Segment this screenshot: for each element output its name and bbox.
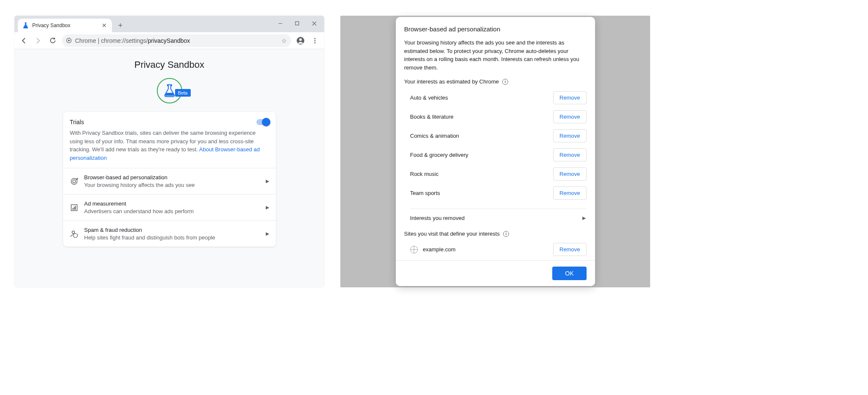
row-title: Ad measurement (84, 200, 260, 207)
toolbar: Chrome | chrome://settings/privacySandbo… (14, 32, 324, 49)
target-icon (70, 178, 78, 185)
interest-row: Food & grocery deliveryRemove (404, 145, 587, 164)
svg-rect-1 (295, 22, 299, 25)
row-subtitle: Help sites fight fraud and distinguish b… (84, 234, 260, 241)
beta-chip: Beta (175, 89, 191, 97)
site-list: example.comRemove (404, 239, 587, 260)
interest-row: Rock musicRemove (404, 164, 587, 184)
interest-name: Auto & vehicles (410, 95, 448, 101)
url-text: Chrome | chrome://settings/privacySandbo… (75, 37, 190, 44)
forward-icon (31, 34, 45, 47)
svg-rect-12 (72, 208, 73, 210)
sites-section-label: Sites you visit that define your interes… (404, 231, 587, 237)
svg-point-10 (72, 180, 75, 183)
hero-badge: Beta (157, 78, 182, 103)
close-icon[interactable]: ✕ (101, 21, 108, 30)
info-icon[interactable]: i (503, 231, 509, 237)
browser-tab[interactable]: Privacy Sandbox ✕ (18, 19, 112, 32)
globe-icon (410, 246, 418, 253)
trials-label: Trials (70, 119, 84, 125)
row-title: Spam & fraud reduction (84, 227, 260, 233)
remove-button[interactable]: Remove (553, 167, 586, 181)
svg-point-6 (314, 38, 316, 39)
chrome-window: Privacy Sandbox ✕ + Chrome | chrome://se… (14, 16, 324, 287)
svg-rect-13 (74, 207, 75, 210)
dialog-title: Browser-based ad personalization (404, 25, 587, 33)
row-subtitle: Advertisers can understand how ads perfo… (84, 208, 260, 214)
bookmark-star-icon[interactable]: ☆ (281, 37, 287, 44)
interest-row: Books & literatureRemove (404, 107, 587, 126)
interest-row: Comics & animationRemove (404, 126, 587, 145)
new-tab-button[interactable]: + (114, 19, 126, 31)
chevron-right-icon: ▶ (266, 178, 269, 184)
remove-button[interactable]: Remove (553, 243, 586, 256)
row-subtitle: Your browsing history affects the ads yo… (84, 182, 260, 188)
interests-section-label: Your interests as estimated by Chrome i (404, 78, 587, 85)
remove-button[interactable]: Remove (553, 148, 586, 161)
bar-chart-icon (70, 204, 78, 211)
tab-strip: Privacy Sandbox ✕ + (14, 16, 324, 32)
profile-icon[interactable] (294, 34, 307, 47)
back-icon[interactable] (17, 34, 31, 47)
interest-row: Team sportsRemove (404, 184, 587, 203)
row-ad-personalization[interactable]: Browser-based ad personalization Your br… (63, 168, 276, 194)
flask-icon (164, 84, 175, 97)
dialog-backdrop: Browser-based ad personalization Your br… (340, 16, 650, 287)
dialog-footer: OK (396, 260, 595, 286)
trials-description: With Privacy Sandbox trials, sites can d… (70, 129, 269, 162)
svg-point-8 (314, 42, 316, 43)
kebab-menu-icon[interactable] (308, 34, 322, 47)
window-controls (272, 16, 323, 31)
remove-button[interactable]: Remove (553, 129, 586, 142)
settings-content: Privacy Sandbox Beta Trials With Privacy… (14, 49, 324, 247)
flask-icon (22, 22, 29, 29)
close-window-icon[interactable] (306, 17, 323, 30)
minimize-icon[interactable] (272, 17, 289, 30)
svg-point-5 (299, 38, 302, 41)
tab-title: Privacy Sandbox (32, 22, 97, 28)
svg-point-7 (314, 40, 316, 41)
chevron-right-icon: ▶ (266, 205, 269, 210)
interest-list: Auto & vehiclesRemoveBooks & literatureR… (404, 86, 587, 207)
lock-icon (66, 38, 72, 43)
interest-name: Team sports (410, 190, 440, 196)
interest-name: Rock music (410, 171, 439, 177)
row-ad-measurement[interactable]: Ad measurement Advertisers can understan… (63, 194, 276, 220)
row-title: Browser-based ad personalization (84, 174, 260, 181)
trials-toggle[interactable] (256, 119, 269, 125)
row-spam-fraud[interactable]: Spam & fraud reduction Help sites fight … (63, 220, 276, 247)
svg-point-15 (72, 231, 75, 234)
interests-removed-row[interactable]: Interests you removed ▶ (404, 209, 587, 227)
remove-button[interactable]: Remove (553, 186, 586, 200)
address-bar[interactable]: Chrome | chrome://settings/privacySandbo… (62, 34, 291, 47)
chevron-right-icon: ▶ (582, 215, 586, 221)
reload-icon[interactable] (46, 34, 59, 47)
site-row: example.comRemove (404, 239, 587, 260)
remove-button[interactable]: Remove (553, 91, 586, 104)
user-shield-icon (70, 230, 78, 238)
trials-card: Trials With Privacy Sandbox trials, site… (63, 112, 276, 247)
info-icon[interactable]: i (502, 79, 508, 85)
interest-row: Auto & vehiclesRemove (404, 88, 587, 107)
interest-name: Comics & animation (410, 133, 459, 139)
maximize-icon[interactable] (289, 17, 306, 30)
svg-point-3 (68, 40, 70, 42)
site-domain: example.com (423, 246, 548, 253)
remove-button[interactable]: Remove (553, 110, 586, 123)
svg-rect-14 (75, 206, 76, 210)
page-title: Privacy Sandbox (14, 59, 324, 70)
chevron-right-icon: ▶ (266, 231, 269, 236)
dialog-description: Your browsing history affects the ads yo… (404, 39, 587, 72)
personalization-dialog: Browser-based ad personalization Your br… (396, 17, 595, 286)
interest-name: Books & literature (410, 114, 454, 120)
interest-name: Food & grocery delivery (410, 152, 468, 158)
ok-button[interactable]: OK (552, 267, 586, 280)
